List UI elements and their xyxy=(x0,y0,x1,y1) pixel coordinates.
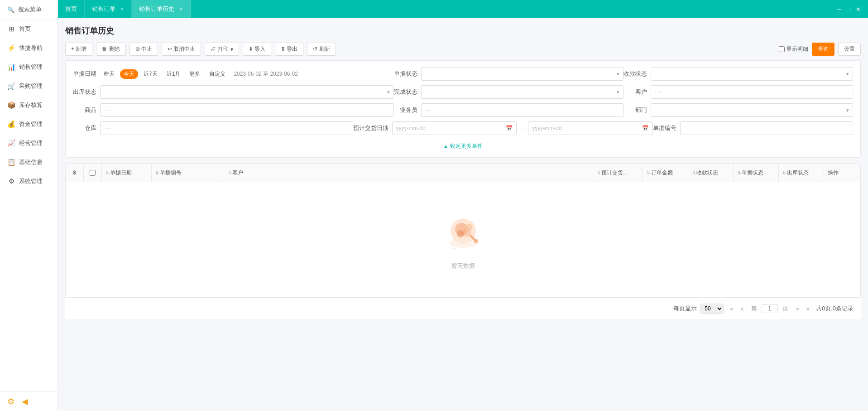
refresh-button[interactable]: ↺ 刷新 xyxy=(307,43,336,56)
col-amount[interactable]: ⇅ 订单金额 xyxy=(643,164,688,182)
topbar-window-controls: ─ □ ✕ xyxy=(837,6,868,13)
query-button[interactable]: 查询 xyxy=(812,43,834,56)
sidebar-item-sales[interactable]: 📊销售管理 xyxy=(0,58,58,77)
doc-status-label: 单据状态 xyxy=(394,70,421,78)
sidebar-item-quicknav[interactable]: ⚡快捷导航 xyxy=(0,39,58,58)
receipt-status-control[interactable]: ▾ xyxy=(651,67,853,81)
table-header: ⚙ ⇅ 单据日期 ⇅ 单据编号 ⇅ 客户 ⇅ 预计交货. xyxy=(66,164,860,182)
empty-illustration: ~ ~ xyxy=(441,209,486,255)
collapse-row[interactable]: ▲ 收起更多条件 xyxy=(73,140,853,151)
window-close[interactable]: ✕ xyxy=(856,6,861,13)
docnumber-control[interactable] xyxy=(680,121,853,135)
date-tag-今天[interactable]: 今天 xyxy=(120,69,138,79)
purchase-label: 采购管理 xyxy=(19,82,43,90)
col-delivery[interactable]: ⇅ 预计交货... xyxy=(593,164,643,182)
date-tag-近1月[interactable]: 近1月 xyxy=(163,69,184,79)
col-customer[interactable]: ⇅ 客户 xyxy=(224,164,593,182)
cancel-stop-button[interactable]: ↩ 取消中止 xyxy=(162,43,201,56)
page-size-select[interactable]: 20 50 100 200 xyxy=(700,304,724,314)
sales-icon: 📊 xyxy=(7,63,15,71)
sidebar-settings-icon[interactable]: ⚙ xyxy=(7,396,14,406)
filter-card: 单据日期 昨天今天近7天近1月更多自定义 2023-06-02 至 2023-0… xyxy=(65,60,861,158)
col-receipt-status[interactable]: ⇅ 收款状态 xyxy=(688,164,734,182)
department-control[interactable]: ▾ xyxy=(651,103,853,117)
tab-label-home: 首页 xyxy=(65,5,77,13)
operation-icon: 📈 xyxy=(7,139,15,147)
sidebar-item-inventory[interactable]: 📦库存核算 xyxy=(0,96,58,115)
show-detail-checkbox[interactable]: 显示明细 xyxy=(779,45,808,53)
col-docno[interactable]: ⇅ 单据编号 xyxy=(152,164,224,182)
settings-button[interactable]: 设置 xyxy=(838,43,861,56)
delivery-date-end[interactable]: yyyy-mm-dd 📅 xyxy=(528,121,653,135)
sidebar-item-basic[interactable]: 📋基础信息 xyxy=(0,153,58,172)
page-prefix: 第 xyxy=(748,304,760,314)
window-maximize[interactable]: □ xyxy=(847,6,850,13)
sidebar: 🔍 搜索菜单 ⊞首页⚡快捷导航📊销售管理🛒采购管理📦库存核算💰资金管理📈经营管理… xyxy=(0,0,58,411)
salesperson-control[interactable]: ··· xyxy=(421,103,623,117)
new-button[interactable]: + 新增 xyxy=(65,43,92,56)
tab-sales-order-history[interactable]: 销售订单历史✕ xyxy=(132,0,191,18)
doc-status-control[interactable]: ▾ xyxy=(421,67,623,81)
col-actions: 操作 xyxy=(824,164,860,182)
tab-close-sales-order-history[interactable]: ✕ xyxy=(179,6,183,12)
delivery-date-start[interactable]: yyyy-mm-dd 📅 xyxy=(392,121,517,135)
warehouse-control[interactable]: ··· xyxy=(100,121,353,135)
col-actions-label: 操作 xyxy=(828,169,839,177)
inventory-label: 库存核算 xyxy=(19,101,43,109)
content-area: 销售订单历史 + 新增 🗑 删除 ⊘ 中止 ↩ 取消中止 🖨 打印 ▾ ⬇ 导入… xyxy=(58,18,868,411)
col-doc-status[interactable]: ⇅ 单据状态 xyxy=(734,164,779,182)
sidebar-search[interactable]: 🔍 搜索菜单 xyxy=(0,0,58,19)
sidebar-item-operation[interactable]: 📈经营管理 xyxy=(0,134,58,153)
calendar-icon-start[interactable]: 📅 xyxy=(506,125,513,131)
first-page-btn[interactable]: « xyxy=(727,305,736,313)
stop-button[interactable]: ⊘ 中止 xyxy=(129,43,158,56)
docnumber-label: 单据编号 xyxy=(653,124,680,132)
customer-control[interactable]: ··· xyxy=(651,85,853,99)
import-button[interactable]: ⬇ 导入 xyxy=(243,43,271,56)
product-dots: ··· xyxy=(104,107,111,113)
delete-button[interactable]: 🗑 删除 xyxy=(96,43,125,56)
col-checkbox[interactable] xyxy=(84,164,102,182)
col-customer-label: 客户 xyxy=(232,169,243,177)
sidebar-item-home[interactable]: ⊞首页 xyxy=(0,19,58,39)
tab-close-sales-order[interactable]: ✕ xyxy=(120,6,124,12)
calendar-icon-end[interactable]: 📅 xyxy=(642,125,649,131)
current-page-input[interactable] xyxy=(762,304,778,313)
select-all-checkbox[interactable] xyxy=(90,170,96,176)
col-settings[interactable]: ⚙ xyxy=(66,164,84,182)
col-outbound[interactable]: ⇅ 出库状态 xyxy=(779,164,824,182)
print-button[interactable]: 🖨 打印 ▾ xyxy=(205,43,239,56)
date-tag-近7天[interactable]: 近7天 xyxy=(140,69,161,79)
customer-dots: ··· xyxy=(655,89,662,95)
tab-sales-order[interactable]: 销售订单✕ xyxy=(85,0,132,18)
system-icon: ⚙ xyxy=(7,177,15,185)
show-detail-label: 显示明细 xyxy=(786,45,808,53)
outbound-control[interactable]: ▾ xyxy=(100,85,394,99)
sidebar-item-system[interactable]: ⚙系统管理 xyxy=(0,172,58,191)
date-tag-昨天[interactable]: 昨天 xyxy=(100,69,118,79)
tab-home[interactable]: 首页 xyxy=(58,0,85,18)
sidebar-item-purchase[interactable]: 🛒采购管理 xyxy=(0,77,58,96)
svg-text:~: ~ xyxy=(453,246,456,251)
sidebar-item-capital[interactable]: 💰资金管理 xyxy=(0,115,58,134)
window-minimize[interactable]: ─ xyxy=(837,6,841,13)
col-delivery-label: 预计交货... xyxy=(601,169,628,177)
prev-page-btn[interactable]: < xyxy=(738,305,747,313)
basic-label: 基础信息 xyxy=(19,158,43,166)
filter-item-complete: 完成状态 ▾ xyxy=(394,85,623,99)
col-outbound-label: 出库状态 xyxy=(787,169,809,177)
col-date[interactable]: ⇅ 单据日期 xyxy=(102,164,152,182)
next-page-btn[interactable]: > xyxy=(793,305,802,313)
sidebar-collapse-icon[interactable]: ◀ xyxy=(22,396,28,406)
filter-row-2: 出库状态 ▾ 完成状态 ▾ 客户 ··· xyxy=(73,85,853,99)
complete-control[interactable]: ▾ xyxy=(421,85,623,99)
date-tag-更多[interactable]: 更多 xyxy=(186,69,204,79)
quicknav-label: 快捷导航 xyxy=(19,44,43,52)
capital-label: 资金管理 xyxy=(19,120,43,128)
date-tag-自定义[interactable]: 自定义 xyxy=(206,69,229,79)
export-button[interactable]: ⬆ 导出 xyxy=(275,43,303,56)
show-detail-input[interactable] xyxy=(779,46,785,52)
page-suffix: 页 xyxy=(780,304,791,314)
last-page-btn[interactable]: » xyxy=(804,305,812,313)
product-control[interactable]: ··· xyxy=(100,103,394,117)
